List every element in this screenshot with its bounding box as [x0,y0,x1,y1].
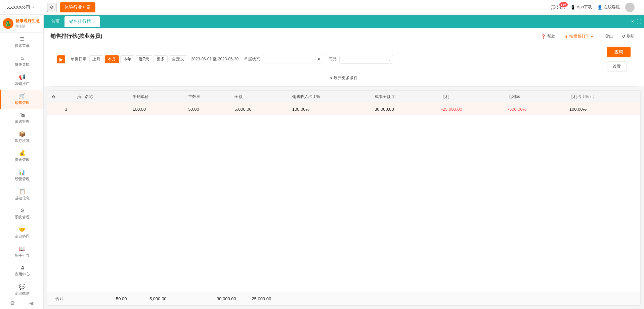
cost-info-icon[interactable]: ⓘ [392,95,395,99]
sidebar-item-shortcuts[interactable]: ⌂快捷导航 [0,52,43,70]
table-row[interactable]: 1 100.00 50.00 5,000.00 100.00% 30,000.0… [47,103,640,115]
row-quantity: 50.00 [184,103,230,115]
table-header: ⚙ 员工名称 平均单价 主数量 全额 销售收入占比% 成本全额 ⓘ 毛利 [47,91,640,103]
row-employee [73,103,129,115]
nav-icon-purchase: 🛍 [19,112,25,118]
main-area: 🐉 畅康通好生意 标准版 ☰搜索菜单⌂快捷导航📢营销推广🛒销售管理🛍采购管理📦库… [0,15,644,309]
print-button[interactable]: 🖨 按模板打印 ▾ [561,32,596,41]
expand-filters-button[interactable]: ▾ 展开更多条件 [326,74,362,82]
sidebar-item-marketing[interactable]: 📢营销推广 [0,70,43,90]
tab-fullscreen-icon[interactable]: ⛶ [637,19,641,24]
nav-icon-basic_info: 📋 [19,188,26,195]
tabs-bar: 首页 销售排行榜 × × ⛶ [44,15,644,28]
app-download-label: App下载 [577,4,592,10]
sidebar-item-basic_info[interactable]: 📋基础信息 [0,185,43,204]
online-service-label: 在线客服 [604,4,620,10]
date-btn-this-month[interactable]: 本月 [105,55,119,63]
nav-icon-app_center: 🖥 [19,265,25,271]
nav-icon-system: ⚙ [20,207,25,214]
header-actions: ❓ 帮助 🖨 按模板打印 ▾ ↑ 导出 [538,32,637,41]
nav-label-wechat: 企业微信 [15,291,30,296]
status-select[interactable]: ▾ [263,55,323,63]
expand-icon: ▾ [330,76,332,81]
sidebar-item-wechat[interactable]: 💬企业微信 [0,280,43,297]
nav-icon-inventory: 📦 [19,131,26,137]
row-rank: 1 [59,103,73,115]
gross-pct-info-icon[interactable]: ⓘ [590,95,594,99]
settings-button[interactable]: 设置 [607,61,627,72]
sidebar-item-operations[interactable]: 📊经营管理 [0,166,43,185]
nav-label-purchase: 采购管理 [15,119,30,124]
print-dropdown-icon: ▾ [591,34,593,39]
nav-icon-operations: 📊 [19,169,26,175]
nav-label-operations: 经营管理 [15,176,30,182]
online-service-button[interactable]: 👤 在线客服 [597,4,620,10]
tab-close-all-icon[interactable]: × [631,19,634,24]
date-btn-7days[interactable]: 近7天 [136,55,152,63]
tab-close-icon[interactable]: × [93,19,95,23]
topbar-settings-button[interactable]: ⚙ [47,3,56,12]
nav-label-search: 搜索菜单 [15,43,30,48]
tab-controls: × ⛶ [631,19,641,24]
refresh-icon: ↺ [622,34,625,39]
query-button[interactable]: 查询 [607,47,631,57]
forward-arrow-icon[interactable]: ▶ [57,55,65,63]
filter-row: ▶ 单据日期 上月 本月 本年 近7天 更多 自定义 [57,47,631,72]
sidebar-bottom: ⚙ ◀ [0,297,43,309]
tab-home[interactable]: 首页 [46,16,65,27]
sidebar-item-system[interactable]: ⚙系统管理 [0,204,43,223]
sidebar-item-enterprise[interactable]: 🤝企业协同 [0,223,43,242]
app-download-button[interactable]: 📱 App下载 [570,4,592,10]
sidebar-item-guide[interactable]: 📖新手引导 [0,242,43,261]
goods-select[interactable]: ... [339,55,393,64]
date-btn-prev-month[interactable]: 上月 [89,55,103,63]
sidebar-settings-icon[interactable]: ⚙ [10,300,15,306]
col-cost: 成本全额 ⓘ [371,91,437,103]
status-filter-label: 单据状态 [244,56,260,62]
sidebar-item-purchase[interactable]: 🛍采购管理 [0,109,43,127]
col-sales-pct: 销售收入占比% [288,91,371,103]
col-quantity: 主数量 [184,91,230,103]
col-avg-price: 平均单价 [129,91,184,103]
nav-icon-search: ☰ [20,36,25,42]
goods-ellipsis-icon[interactable]: ... [386,57,390,62]
logo-icon: 🐉 [3,18,13,29]
date-btn-more[interactable]: 更多 [154,55,168,63]
footer-total-label: 合计 [51,296,78,302]
trial-button[interactable]: 体验行业方案 [60,2,95,12]
print-label: 按模板打印 [569,34,590,39]
date-range-text: 2023-06-01 至 2023-06-30 [191,56,239,62]
sidebar-item-finance[interactable]: 💰资金管理 [0,147,43,166]
logo-text: 畅康通好生意 [15,18,40,24]
export-label: 导出 [605,34,613,39]
col-gross-pct: 毛利占比% ⓘ [565,91,640,103]
content-area: 首页 销售排行榜 × × ⛶ 销售排行榜(按业务员) [44,15,644,309]
col-gross-rate: 毛利率 [504,91,565,103]
tab-sales-ranking[interactable]: 销售排行榜 × [65,16,100,27]
refresh-button[interactable]: ↺ 刷新 [619,32,637,41]
sidebar-item-app_center[interactable]: 🖥应用中心 [0,261,43,280]
date-btn-this-year[interactable]: 本年 [120,55,134,63]
page-title: 销售排行榜(按业务员) [50,33,102,40]
sidebar-item-inventory[interactable]: 📦库存核算 [0,127,43,147]
date-buttons: 上月 本月 本年 近7天 更多 自定义 [89,55,187,63]
app-download-icon: 📱 [570,5,575,10]
sidebar-collapse-icon[interactable]: ◀ [29,300,33,306]
footer-quantity-val: 50.00 [112,295,145,303]
sidebar-item-sales[interactable]: 🛒销售管理 [0,90,43,109]
message-button[interactable]: 💬 消息 99+ [551,4,565,10]
date-btn-custom[interactable]: 自定义 [169,55,187,63]
status-filter: 单据状态 ▾ [244,55,323,63]
avatar[interactable] [625,3,635,12]
nav-label-enterprise: 企业协同 [15,234,30,239]
nav-icon-sales: 🛒 [19,93,26,99]
export-button[interactable]: ↑ 导出 [599,32,616,41]
nav-icon-wechat: 💬 [19,284,26,290]
help-button[interactable]: ❓ 帮助 [538,32,558,41]
company-selector[interactable]: XXXXX公司 ▾ [4,3,44,12]
page-title-row: 销售排行榜(按业务员) ❓ 帮助 🖨 按模板打印 ▾ [50,32,637,41]
col-gross: 毛利 [437,91,504,103]
sidebar-item-search[interactable]: ☰搜索菜单 [0,33,43,52]
col-settings[interactable]: ⚙ [47,91,59,103]
top-bar-right: 💬 消息 99+ 📱 App下载 👤 在线客服 [551,3,640,12]
